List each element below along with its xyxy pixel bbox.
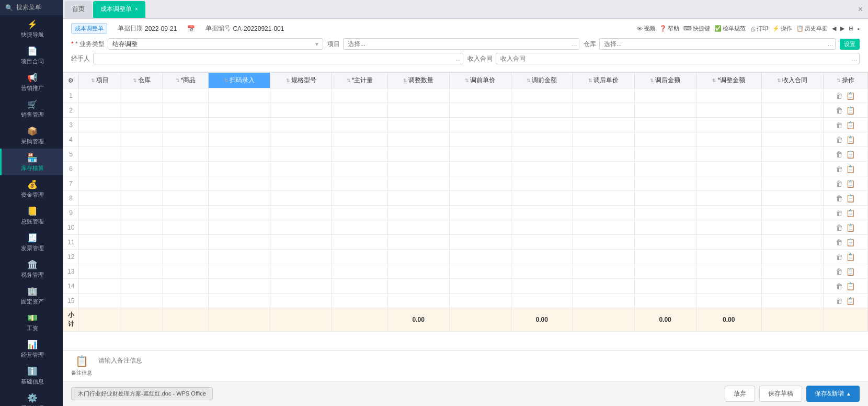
warehouse-field[interactable] xyxy=(600,39,826,49)
delete-btn[interactable]: 🗑 xyxy=(836,179,843,188)
cell-prev_amount[interactable] xyxy=(511,235,573,250)
cell-product[interactable] xyxy=(163,206,209,220)
sidebar-item-purchase[interactable]: 📦采购管理 xyxy=(0,122,63,149)
cell-warehouse[interactable] xyxy=(121,162,163,176)
cell-prev_price[interactable] xyxy=(449,206,511,220)
cell-prev_price[interactable] xyxy=(449,176,511,191)
cell-project[interactable] xyxy=(79,264,121,279)
cell-scan[interactable] xyxy=(209,103,270,118)
cell-spec[interactable] xyxy=(270,235,332,250)
cell-after_price[interactable] xyxy=(573,176,634,191)
cell-income_contract[interactable] xyxy=(761,103,823,118)
cell-after_price[interactable] xyxy=(573,264,634,279)
help-btn[interactable]: ❓ 帮助 xyxy=(659,25,679,32)
cell-project[interactable] xyxy=(79,132,121,147)
cell-scan[interactable] xyxy=(209,191,270,206)
delete-btn[interactable]: 🗑 xyxy=(836,150,843,159)
cell-after_amount[interactable] xyxy=(634,279,696,294)
delete-btn[interactable]: 🗑 xyxy=(836,297,843,305)
cell-product[interactable] xyxy=(163,103,209,118)
cell-warehouse[interactable] xyxy=(121,132,163,147)
cell-income_contract[interactable] xyxy=(761,250,823,264)
delete-btn[interactable]: 🗑 xyxy=(836,106,843,115)
cell-unit[interactable] xyxy=(332,162,387,176)
business-type-input[interactable]: ▼ xyxy=(108,38,323,50)
tab-close-icon[interactable]: × xyxy=(135,6,138,12)
cell-product[interactable] xyxy=(163,88,209,103)
cell-prev_amount[interactable] xyxy=(511,162,573,176)
cell-warehouse[interactable] xyxy=(121,103,163,118)
delete-btn[interactable]: 🗑 xyxy=(836,267,843,276)
cell-unit[interactable] xyxy=(332,88,387,103)
delete-btn[interactable]: 🗑 xyxy=(836,165,843,173)
cell-adjust_amount[interactable] xyxy=(696,147,761,162)
cell-unit[interactable] xyxy=(332,235,387,250)
sort-arrows[interactable]: ⇅ xyxy=(403,78,407,83)
nav-right-btn[interactable]: ▶ xyxy=(840,25,844,32)
tab-home[interactable]: 首页 xyxy=(65,1,92,18)
cell-product[interactable] xyxy=(163,118,209,132)
cell-income_contract[interactable] xyxy=(761,176,823,191)
cell-adjust_amount[interactable] xyxy=(696,294,761,308)
cell-prev_price[interactable] xyxy=(449,235,511,250)
cell-project[interactable] xyxy=(79,250,121,264)
save-draft-button[interactable]: 保存草稿 xyxy=(759,386,802,402)
cell-income_contract[interactable] xyxy=(761,279,823,294)
cell-unit[interactable] xyxy=(332,294,387,308)
cell-warehouse[interactable] xyxy=(121,147,163,162)
sidebar-item-marketing[interactable]: 📢营销推广 xyxy=(0,69,63,95)
cell-qty[interactable] xyxy=(387,147,449,162)
cell-spec[interactable] xyxy=(270,147,332,162)
nav-left-btn[interactable]: ◀ xyxy=(832,25,836,32)
cell-scan[interactable] xyxy=(209,147,270,162)
delete-btn[interactable]: 🗑 xyxy=(836,209,843,217)
cell-prev_price[interactable] xyxy=(449,132,511,147)
cell-project[interactable] xyxy=(79,294,121,308)
sort-arrows[interactable]: ⇅ xyxy=(347,78,351,83)
cell-product[interactable] xyxy=(163,191,209,206)
handler-input[interactable]: ... xyxy=(93,53,463,64)
cell-spec[interactable] xyxy=(270,103,332,118)
cell-qty[interactable] xyxy=(387,132,449,147)
cell-project[interactable] xyxy=(79,235,121,250)
cell-after_amount[interactable] xyxy=(634,118,696,132)
cell-prev_amount[interactable] xyxy=(511,147,573,162)
cell-qty[interactable] xyxy=(387,162,449,176)
cell-unit[interactable] xyxy=(332,250,387,264)
cell-prev_amount[interactable] xyxy=(511,191,573,206)
cell-spec[interactable] xyxy=(270,191,332,206)
notes-input[interactable] xyxy=(98,355,860,366)
cell-income_contract[interactable] xyxy=(761,147,823,162)
sort-arrows[interactable]: ⇅ xyxy=(650,78,654,83)
cell-prev_price[interactable] xyxy=(449,191,511,206)
sidebar-item-quicknav[interactable]: ⚡快捷导航 xyxy=(0,15,63,42)
cell-after_price[interactable] xyxy=(573,118,634,132)
cell-project[interactable] xyxy=(79,103,121,118)
cell-prev_amount[interactable] xyxy=(511,294,573,308)
cell-scan[interactable] xyxy=(209,294,270,308)
cell-warehouse[interactable] xyxy=(121,279,163,294)
save-new-button[interactable]: 保存&新增 ▲ xyxy=(806,386,860,402)
cell-after_price[interactable] xyxy=(573,235,634,250)
cell-project[interactable] xyxy=(79,176,121,191)
shortcut-btn[interactable]: ⌨ 快捷键 xyxy=(683,25,710,32)
cell-prev_price[interactable] xyxy=(449,294,511,308)
sidebar-item-assets[interactable]: 🏢固定资产 xyxy=(0,282,63,309)
warehouse-input[interactable]: ... xyxy=(599,38,836,50)
cell-unit[interactable] xyxy=(332,176,387,191)
cell-adjust_amount[interactable] xyxy=(696,250,761,264)
cell-spec[interactable] xyxy=(270,118,332,132)
project-dots[interactable]: ... xyxy=(569,40,579,48)
cell-unit[interactable] xyxy=(332,220,387,235)
cell-warehouse[interactable] xyxy=(121,220,163,235)
cell-qty[interactable] xyxy=(387,235,449,250)
cell-income_contract[interactable] xyxy=(761,294,823,308)
cell-spec[interactable] xyxy=(270,162,332,176)
sort-arrows[interactable]: ⇅ xyxy=(712,78,716,83)
cell-adjust_amount[interactable] xyxy=(696,103,761,118)
cell-warehouse[interactable] xyxy=(121,235,163,250)
delete-btn[interactable]: 🗑 xyxy=(836,136,843,144)
cell-product[interactable] xyxy=(163,250,209,264)
cell-prev_price[interactable] xyxy=(449,147,511,162)
cell-project[interactable] xyxy=(79,147,121,162)
